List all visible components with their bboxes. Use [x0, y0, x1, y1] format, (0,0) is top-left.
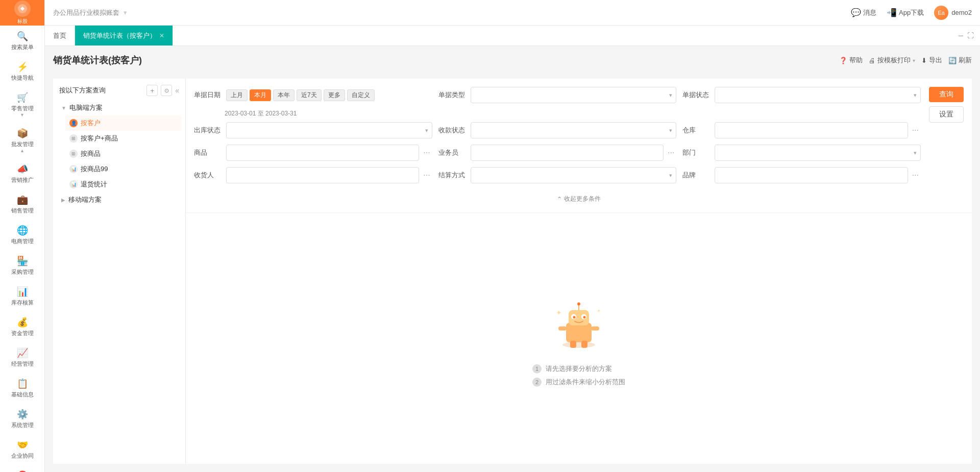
date-range-display: 2023-03-01 至 2023-03-31 — [194, 109, 921, 118]
date-this-year-btn[interactable]: 本年 — [273, 89, 295, 101]
status-select[interactable] — [715, 87, 921, 103]
sidebar-item-operations[interactable]: 📈 经营管理 — [0, 342, 44, 373]
receiver-dots[interactable]: ··· — [421, 171, 432, 180]
sidebar-item-quick[interactable]: ⚡ 快捷导航 — [0, 56, 44, 87]
refresh-button[interactable]: 🔄 刷新 — [948, 56, 972, 65]
type-select[interactable] — [471, 87, 677, 103]
user-menu-button[interactable]: Ea demo2 — [934, 6, 972, 20]
sidebar-item-marketing[interactable]: 📣 营销推广 — [0, 158, 44, 189]
sidebar-item-purchase[interactable]: 🏪 采购管理 — [0, 250, 44, 281]
tab-close-icon[interactable]: ✕ — [159, 32, 164, 39]
tree-item-by-customer-label: 按客户 — [81, 119, 101, 128]
date-custom-btn[interactable]: 自定义 — [347, 89, 375, 101]
goods-control: ··· — [226, 145, 432, 161]
app-download-button[interactable]: 📲 App下载 — [887, 8, 924, 17]
pay-status-select[interactable] — [471, 122, 677, 138]
brand-label: 品牌 — [682, 171, 710, 180]
tree-item-by-customer[interactable]: 👤 按客户 — [65, 115, 181, 131]
empty-illustration: ✦ ✦ — [548, 295, 609, 356]
filter-item-staff: 业务员 ··· — [438, 145, 677, 161]
date-more-btn[interactable]: 更多 — [324, 89, 345, 101]
plan-collapse-button[interactable]: « — [175, 86, 179, 95]
staff-input[interactable] — [471, 145, 664, 161]
sidebar-item-sales[interactable]: 💼 销售管理 — [0, 189, 44, 220]
sidebar-item-finance[interactable]: 💰 资金管理 — [0, 312, 44, 342]
brand-dots[interactable]: ··· — [910, 171, 921, 180]
tree-group-mobile[interactable]: ▶ 移动端方案 — [57, 192, 181, 207]
sidebar-item-retail[interactable]: 🛒 零售管理 ▼ — [0, 87, 44, 123]
page-actions: ❓ 帮助 🖨 按模板打印 ▾ ⬇ 导出 🔄 刷新 — [839, 56, 972, 65]
goods-dots[interactable]: ··· — [421, 148, 432, 157]
goods-label: 商品 — [194, 148, 222, 157]
dept-select[interactable] — [715, 145, 921, 161]
svg-text:✦: ✦ — [597, 308, 601, 314]
by-goods-99-icon: 📊 — [69, 165, 78, 173]
plan-header: 按以下方案查询 + ⊙ « — [57, 85, 181, 96]
sidebar-item-system[interactable]: ⚙️ 系统管理 — [0, 404, 44, 434]
help-label: 帮助 — [849, 56, 863, 65]
receiver-label: 收货人 — [194, 171, 222, 180]
receiver-input[interactable] — [226, 167, 419, 183]
sidebar-item-retail-label: 零售管理 — [11, 105, 34, 112]
print-chevron-icon: ▾ — [913, 58, 915, 63]
staff-dots[interactable]: ··· — [666, 148, 676, 157]
date-prev-month-btn[interactable]: 上月 — [226, 89, 248, 101]
out-status-select[interactable] — [226, 122, 432, 138]
sidebar-item-search[interactable]: 🔍 搜索菜单 — [0, 26, 44, 56]
svg-point-6 — [573, 316, 576, 318]
wholesale-icon: 📦 — [17, 128, 28, 139]
sidebar-item-inventory[interactable]: 📊 库存核算 — [0, 281, 44, 312]
plan-header-btns: + ⊙ « — [146, 85, 179, 96]
plan-collapse-icon: « — [175, 86, 179, 95]
ecommerce-icon: 🌐 — [17, 225, 28, 236]
filter-row-2: 出库状态 ▾ 收款状态 — [194, 122, 921, 138]
warehouse-dots[interactable]: ··· — [910, 126, 921, 135]
tree-item-by-customer-goods-label: 按客户+商品 — [81, 134, 118, 143]
tab-sales-stat[interactable]: 销货单统计表（按客户） ✕ — [75, 26, 173, 45]
warehouse-input[interactable] — [715, 122, 908, 138]
svg-point-1 — [562, 342, 595, 348]
sidebar-item-enterprise[interactable]: 🤝 企业协同 — [0, 434, 44, 465]
empty-state: ✦ ✦ 1 请先选择要分析的方案 2 用过滤条件来缩小分析范围 — [186, 217, 972, 464]
by-goods-icon: ⊞ — [69, 150, 78, 158]
sidebar-item-newbie[interactable]: 🎯 新手引导 — [0, 465, 44, 472]
collapse-bar[interactable]: ⌃ 收起更多条件 — [186, 192, 972, 206]
sidebar-item-ecommerce[interactable]: 🌐 电商管理 — [0, 220, 44, 250]
tree-group-desktop[interactable]: ▼ 电脑端方案 — [57, 100, 181, 115]
breadcrumb-text: 办公用品行业模拟账套 — [53, 8, 119, 17]
main-area: 办公用品行业模拟账套 ▾ 💬 消息 📲 App下载 Ea demo2 首页 销货… — [45, 0, 980, 472]
tree-item-by-customer-goods[interactable]: ⊞ 按客户+商品 — [65, 131, 181, 146]
minimize-icon[interactable]: ─ — [959, 32, 963, 39]
sidebar-item-basic[interactable]: 📋 基础信息 — [0, 373, 44, 404]
date-this-month-btn[interactable]: 本月 — [250, 89, 271, 101]
tree-item-by-goods[interactable]: ⊞ 按商品 — [65, 146, 181, 161]
message-button[interactable]: 💬 消息 — [851, 8, 876, 17]
plan-add-button[interactable]: + — [146, 85, 158, 96]
top-header: 办公用品行业模拟账套 ▾ 💬 消息 📲 App下载 Ea demo2 — [45, 0, 980, 26]
filter-item-out-status: 出库状态 ▾ — [194, 122, 432, 138]
brand-input[interactable] — [715, 167, 908, 183]
tree-item-return-stat[interactable]: 📊 退货统计 — [65, 177, 181, 192]
goods-input[interactable] — [226, 145, 419, 161]
help-button[interactable]: ❓ 帮助 — [839, 56, 863, 65]
maximize-icon[interactable]: ⛶ — [967, 32, 974, 39]
wholesale-expand-icon: ▲ — [20, 148, 24, 153]
print-button[interactable]: 🖨 按模板打印 ▾ — [869, 56, 915, 65]
dept-select-wrap: ▾ — [715, 145, 921, 161]
filter-item-warehouse: 仓库 ··· — [682, 122, 921, 138]
settlement-select[interactable] — [471, 167, 677, 183]
newbie-icon: 🎯 — [17, 470, 28, 472]
tree-item-by-goods-99[interactable]: 📊 按商品99 — [65, 161, 181, 177]
tab-home[interactable]: 首页 — [45, 26, 75, 45]
retail-icon: 🛒 — [17, 92, 28, 103]
export-button[interactable]: ⬇ 导出 — [921, 56, 942, 65]
query-button[interactable]: 查询 — [929, 87, 964, 102]
filter-item-receiver: 收货人 ··· — [194, 167, 432, 183]
date-last-7-btn[interactable]: 近7天 — [297, 89, 322, 101]
filter-item-goods: 商品 ··· — [194, 145, 432, 161]
plan-edit-button[interactable]: ⊙ — [161, 85, 172, 96]
filter-item-status: 单据状态 ▾ — [682, 87, 921, 103]
sidebar-item-wholesale[interactable]: 📦 批发管理 ▲ — [0, 123, 44, 158]
setting-button[interactable]: 设置 — [929, 106, 964, 123]
plan-add-icon: + — [150, 87, 154, 95]
